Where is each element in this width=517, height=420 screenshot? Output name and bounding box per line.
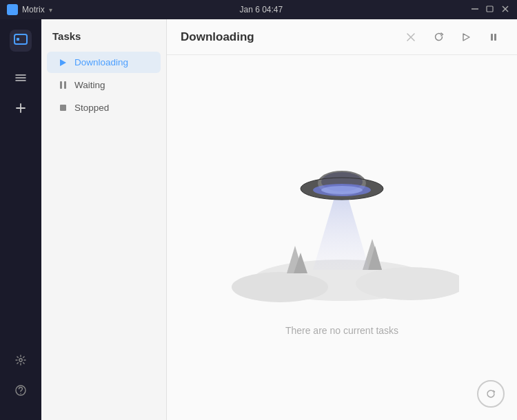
- svg-rect-7: [17, 38, 19, 41]
- tasks-sidebar: Tasks Downloading Waiting Stopped: [41, 19, 167, 420]
- pause-all-button[interactable]: [484, 28, 503, 47]
- sidebar-dark: [0, 19, 41, 420]
- titlebar: Motrix ▾ Jan 6 04:47: [0, 0, 517, 19]
- tasks-sidebar-title: Tasks: [41, 30, 166, 50]
- play-all-button[interactable]: [456, 28, 476, 47]
- sidebar-logo: [10, 30, 32, 52]
- svg-rect-1: [10, 9, 12, 10]
- sidebar-add-icon[interactable]: [8, 96, 33, 120]
- content-header: Downloading: [167, 19, 517, 55]
- logo-text: [13, 32, 28, 50]
- svg-rect-19: [491, 34, 493, 41]
- sidebar-settings-icon[interactable]: [8, 348, 33, 372]
- content-title: Downloading: [181, 30, 254, 44]
- svg-rect-6: [14, 34, 27, 44]
- downloading-play-icon: [58, 59, 68, 66]
- maximize-button[interactable]: [485, 4, 495, 16]
- sidebar-help-icon[interactable]: [8, 378, 33, 403]
- svg-rect-0: [9, 7, 16, 12]
- app-name: Motrix: [22, 5, 45, 14]
- app-menu-chevron-icon[interactable]: ▾: [49, 6, 52, 14]
- fab-button[interactable]: [477, 380, 505, 408]
- empty-message: There are no current tasks: [285, 325, 398, 336]
- sidebar-menu-icon[interactable]: [8, 65, 33, 90]
- sidebar-bottom: [8, 348, 33, 410]
- task-item-stopped[interactable]: Stopped: [47, 97, 161, 118]
- svg-point-15: [20, 393, 21, 394]
- datetime-display: Jan 6 04:47: [239, 5, 283, 14]
- main-content: Downloading: [167, 19, 517, 420]
- task-waiting-label: Waiting: [74, 80, 105, 90]
- empty-state: There are no current tasks: [167, 55, 517, 420]
- ufo-illustration: [225, 112, 459, 304]
- waiting-pause-icon: [58, 81, 68, 89]
- close-button[interactable]: [500, 4, 510, 16]
- svg-marker-28: [313, 191, 369, 270]
- svg-point-13: [19, 359, 22, 361]
- svg-point-22: [232, 272, 328, 302]
- app-logo-icon: [7, 4, 18, 15]
- stopped-stop-icon: [58, 105, 68, 111]
- task-item-waiting[interactable]: Waiting: [47, 74, 161, 96]
- task-item-downloading[interactable]: Downloading: [47, 52, 161, 73]
- task-stopped-label: Stopped: [74, 103, 109, 113]
- svg-rect-20: [494, 34, 496, 41]
- refresh-button[interactable]: [429, 28, 448, 47]
- svg-point-34: [321, 186, 363, 194]
- close-task-button[interactable]: [401, 28, 420, 47]
- task-downloading-label: Downloading: [74, 57, 128, 67]
- minimize-button[interactable]: [470, 4, 480, 16]
- svg-rect-3: [487, 6, 493, 12]
- titlebar-left: Motrix ▾: [7, 4, 52, 15]
- sidebar-nav: [8, 65, 33, 348]
- window-controls: [470, 4, 510, 16]
- app-body: Tasks Downloading Waiting Stopped: [0, 19, 517, 420]
- svg-marker-18: [463, 34, 469, 41]
- content-actions: [401, 28, 503, 47]
